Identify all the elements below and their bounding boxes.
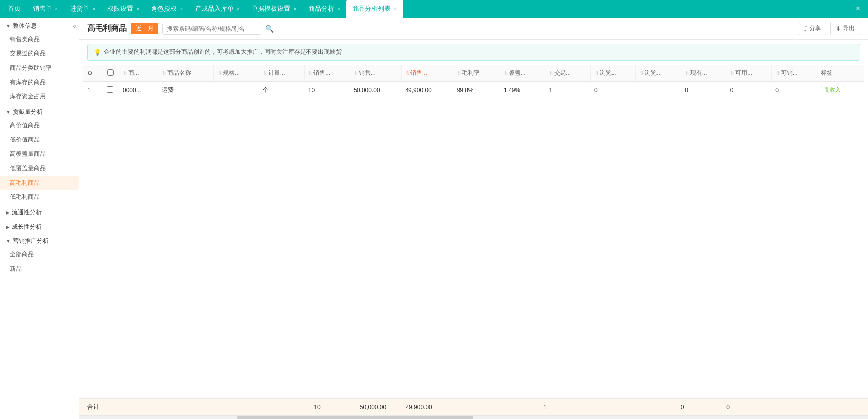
nav-analysis-close[interactable]: × [337, 6, 340, 12]
sidebar-item-high-coverage[interactable]: 高覆盖量商品 [0, 147, 79, 161]
top-nav: 首页 销售单 × 进货单 × 权限设置 × 角色授权 × 产成品入库单 × 单据… [0, 0, 868, 18]
sidebar-item-sales-goods[interactable]: 销售类商品 [0, 32, 79, 47]
sidebar-item-low-coverage[interactable]: 低覆盖量商品 [0, 161, 79, 176]
footer-current-stock: 0 [677, 404, 723, 411]
footer-empty4 [264, 404, 310, 411]
cell-view1[interactable]: 0 [590, 82, 636, 98]
nav-permissions[interactable]: 权限设置 × [102, 0, 145, 18]
nav-stock-in[interactable]: 产成品入库单 × [189, 0, 246, 18]
col-checkbox[interactable] [103, 65, 119, 82]
col-spec[interactable]: ⇅规格... [214, 65, 259, 82]
nav-roles[interactable]: 角色授权 × [145, 0, 189, 18]
nav-template-close[interactable]: × [293, 6, 296, 12]
footer-empty1 [127, 404, 173, 411]
select-all-checkbox[interactable] [107, 69, 114, 76]
sidebar-group-overall[interactable]: ▼ 整体信息 [0, 18, 79, 32]
footer-empty8 [631, 404, 677, 411]
nav-analysis-list[interactable]: 商品分析列表 × [346, 0, 403, 18]
main-layout: « ▼ 整体信息 销售类商品 交易过的商品 商品分类助销率 有库存的商品 库存资… [0, 18, 868, 419]
footer-sale-qty: 10 [310, 404, 356, 411]
nav-analysis-list-close[interactable]: × [394, 6, 397, 12]
col-txn-count[interactable]: ⇅交易... [545, 65, 591, 82]
col-avail-stock[interactable]: ⇅可用... [726, 65, 772, 82]
footer-sale-profit: 49,900.00 [402, 404, 448, 411]
col-tag: 标签 [817, 65, 864, 82]
nav-template[interactable]: 单据模板设置 × [246, 0, 302, 18]
footer-empty6 [494, 404, 540, 411]
horizontal-scrollbar[interactable] [79, 415, 868, 419]
sidebar-group-growth[interactable]: ▶ 成长性分析 [0, 219, 79, 233]
table-container: ⚙ ⇅商... ⇅商品名称 ⇅规格... ⇅计量... ⇅销售... ⇅销售..… [79, 65, 868, 398]
share-button[interactable]: ⤴ 分享 [799, 22, 826, 35]
sidebar-item-low-margin[interactable]: 低毛利商品 [0, 190, 79, 204]
filter-recent-month-button[interactable]: 近一月 [131, 23, 158, 34]
info-icon: 💡 [94, 49, 101, 56]
footer-empty10 [814, 404, 860, 411]
table-header-row: ⚙ ⇅商... ⇅商品名称 ⇅规格... ⇅计量... ⇅销售... ⇅销售..… [83, 65, 864, 82]
cell-avail-stock: 0 [726, 82, 772, 98]
col-name[interactable]: ⇅商品名称 [158, 65, 214, 82]
footer-cells: 10 50,000.00 49,900.00 1 0 0 [127, 404, 860, 411]
col-current-stock[interactable]: ⇅现有... [681, 65, 726, 82]
cell-current-stock: 0 [681, 82, 726, 98]
data-table: ⚙ ⇅商... ⇅商品名称 ⇅规格... ⇅计量... ⇅销售... ⇅销售..… [83, 65, 864, 98]
col-gross-margin[interactable]: ⇅毛利率 [453, 65, 500, 82]
cell-tag: 高收入 [817, 82, 864, 98]
nav-home[interactable]: 首页 [2, 0, 27, 18]
cell-view2 [636, 82, 681, 98]
sidebar-group-contribution[interactable]: ▼ 贡献量分析 [0, 104, 79, 118]
liquidity-arrow-icon: ▶ [6, 210, 10, 215]
col-code[interactable]: ⇅商... [119, 65, 158, 82]
sidebar-item-traded-goods[interactable]: 交易过的商品 [0, 47, 79, 61]
nav-purchase[interactable]: 进货单 × [64, 0, 101, 18]
nav-analysis[interactable]: 商品分析 × [303, 0, 346, 18]
sidebar-item-category-rate[interactable]: 商品分类助销率 [0, 61, 79, 75]
cell-name: 运费 [158, 82, 214, 98]
col-sale-stock[interactable]: ⇅可销... [771, 65, 817, 82]
cell-spec [214, 82, 259, 98]
search-input[interactable] [162, 23, 261, 35]
cell-sale-stock: 0 [771, 82, 817, 98]
col-unit[interactable]: ⇅计量... [259, 65, 305, 82]
sidebar-item-all-goods[interactable]: 全部商品 [0, 247, 79, 262]
contribution-arrow-icon: ▼ [6, 109, 11, 115]
sidebar-group-marketing[interactable]: ▼ 营销推广分析 [0, 233, 79, 247]
col-sale-profit[interactable]: ⇅销售... [401, 65, 453, 82]
sidebar-item-stock-capital[interactable]: 库存资金占用 [0, 90, 79, 104]
scrollbar-thumb[interactable] [237, 416, 474, 419]
sidebar-item-high-margin[interactable]: 高毛利商品 [0, 176, 79, 190]
nav-roles-close[interactable]: × [180, 6, 183, 12]
col-view2[interactable]: ⇅浏览... [636, 65, 681, 82]
marketing-arrow-icon: ▼ [6, 238, 11, 244]
cell-code: 0000... [119, 82, 158, 98]
nav-sales-close[interactable]: × [55, 6, 58, 12]
growth-arrow-icon: ▶ [6, 224, 10, 230]
sidebar-item-in-stock[interactable]: 有库存的商品 [0, 75, 79, 90]
cell-index: 1 [83, 82, 103, 98]
sidebar-group-liquidity[interactable]: ▶ 流通性分析 [0, 204, 79, 219]
col-coverage[interactable]: ⇅覆盖... [500, 65, 545, 82]
nav-stock-in-close[interactable]: × [237, 6, 240, 12]
cell-gross-margin: 99.8% [453, 82, 500, 98]
cell-coverage: 1.49% [500, 82, 545, 98]
share-icon: ⤴ [804, 25, 807, 32]
sidebar-collapse-button[interactable]: « [73, 22, 77, 30]
nav-sales[interactable]: 销售单 × [27, 0, 64, 18]
col-settings[interactable]: ⚙ [83, 65, 103, 82]
col-sale-qty[interactable]: ⇅销售... [305, 65, 350, 82]
row-checkbox[interactable] [107, 86, 113, 93]
col-sale-amt[interactable]: ⇅销售... [350, 65, 401, 82]
export-icon: ⬇ [836, 25, 841, 32]
sidebar-item-low-value[interactable]: 低价值商品 [0, 133, 79, 147]
search-button[interactable]: 🔍 [265, 25, 274, 33]
window-close-button[interactable]: × [850, 4, 866, 13]
sidebar-item-new-goods[interactable]: 新品 [0, 262, 79, 276]
cell-checkbox[interactable] [103, 82, 119, 98]
export-button[interactable]: ⬇ 导出 [830, 22, 860, 35]
footer-avail-stock: 0 [722, 404, 768, 411]
nav-permissions-close[interactable]: × [136, 6, 139, 12]
sidebar-item-high-value[interactable]: 高价值商品 [0, 118, 79, 133]
nav-purchase-close[interactable]: × [92, 6, 95, 12]
table-row: 1 0000... 运费 个 10 50,000.00 49,900.00 99… [83, 82, 864, 98]
col-view1[interactable]: ⇅浏览... [590, 65, 636, 82]
